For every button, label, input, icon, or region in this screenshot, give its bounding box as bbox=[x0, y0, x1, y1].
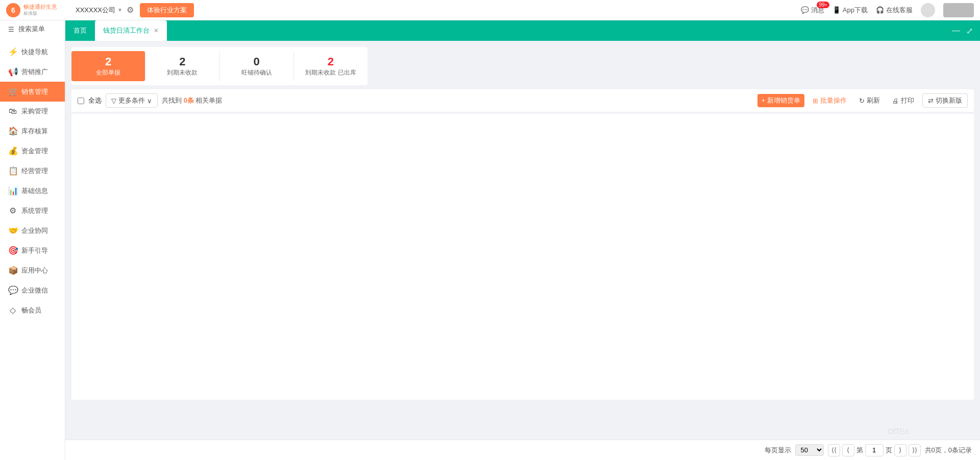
trial-button[interactable]: 体验行业方案 bbox=[140, 3, 194, 17]
page-input[interactable] bbox=[865, 444, 884, 456]
sidebar-item-management[interactable]: 📋 经营管理 bbox=[0, 161, 65, 181]
stat-tabs: 2 全部单据 2 到期未收款 0 旺铺待确认 2 到期未收款 已出库 bbox=[71, 47, 368, 85]
sidebar-item-label: 应用中心 bbox=[21, 266, 48, 275]
online-service-label: 在线客服 bbox=[886, 6, 913, 15]
page-suffix: 页 bbox=[886, 446, 892, 455]
stat-tab-all-num: 2 bbox=[80, 55, 137, 68]
stat-tab-overdue-num: 2 bbox=[154, 55, 211, 68]
sidebar-item-label: 采购管理 bbox=[21, 107, 48, 116]
message-item[interactable]: 💬 消息 99+ bbox=[801, 6, 824, 15]
sidebar-item-app-center[interactable]: 📦 应用中心 bbox=[0, 260, 65, 280]
tab-work-bench[interactable]: 钱货日清工作台 ✕ bbox=[95, 20, 167, 41]
sidebar-item-finance[interactable]: 💰 资金管理 bbox=[0, 141, 65, 161]
logo-icon: 6 bbox=[6, 3, 20, 17]
base-info-icon: 📊 bbox=[8, 186, 17, 196]
tab-minimize-button[interactable]: — bbox=[949, 24, 963, 37]
switch-version-button[interactable]: ⇄ 切换新版 bbox=[922, 93, 968, 108]
stat-tab-shipped-label: 到期未收款 已出库 bbox=[305, 69, 356, 76]
system-icon: ⚙ bbox=[8, 206, 17, 215]
sidebar-item-enterprise[interactable]: 🤝 企业协同 bbox=[0, 221, 65, 240]
pagination-summary: 共0页，0条记录 bbox=[925, 446, 972, 455]
sidebar-item-purchase[interactable]: 🛍 采购管理 bbox=[0, 102, 65, 121]
toolbar-right: + 新增销货单 ⊞ 批量操作 ↻ 刷新 🖨 打印 ⇄ 切换新版 bbox=[757, 93, 968, 108]
print-button[interactable]: 🖨 打印 bbox=[888, 94, 918, 107]
stat-tab-all[interactable]: 2 全部单据 bbox=[71, 51, 145, 81]
sidebar-item-label: 营销推广 bbox=[21, 67, 48, 77]
avatar[interactable] bbox=[921, 3, 935, 17]
message-icon: 💬 bbox=[801, 6, 809, 14]
sidebar-item-guide[interactable]: 🎯 新手引导 bbox=[0, 240, 65, 260]
stat-tab-pending-num: 0 bbox=[228, 55, 285, 68]
sidebar-item-member[interactable]: ◇ 畅会员 bbox=[0, 300, 65, 320]
stat-tab-overdue[interactable]: 2 到期未收款 bbox=[145, 51, 219, 81]
online-service-item[interactable]: 🎧 在线客服 bbox=[876, 6, 913, 15]
found-text: 共找到 0条 相关单据 bbox=[162, 96, 222, 105]
management-icon: 📋 bbox=[8, 166, 17, 176]
app-download-label: App下载 bbox=[843, 6, 868, 15]
app-name: 畅捷通好生意 bbox=[23, 3, 57, 10]
sidebar-item-inventory[interactable]: 🏠 库存核算 bbox=[0, 121, 65, 141]
bottom-bar: 每页显示 50 10 20 100 ⟨⟨ ⟨ 第 页 ⟩ ⟩⟩ 共0页，0条记录 bbox=[65, 440, 980, 460]
company-selector[interactable]: XXXXXX公司 ▼ bbox=[76, 6, 122, 15]
page-last-button[interactable]: ⟩⟩ bbox=[909, 444, 921, 456]
refresh-button[interactable]: ↻ 刷新 bbox=[855, 94, 884, 107]
add-order-button[interactable]: + 新增销货单 bbox=[757, 94, 804, 107]
sidebar-item-quick-nav[interactable]: ⚡ 快捷导航 bbox=[0, 42, 65, 62]
purchase-icon: 🛍 bbox=[8, 107, 17, 116]
switch-label: 切换新版 bbox=[936, 96, 962, 105]
sidebar-item-label: 库存核算 bbox=[21, 127, 48, 136]
finance-icon: 💰 bbox=[8, 146, 17, 156]
sidebar-item-label: 企业微信 bbox=[21, 286, 48, 295]
marketing-icon: 📢 bbox=[8, 67, 17, 77]
avatar2[interactable] bbox=[943, 3, 974, 17]
sales-icon: 🛒 bbox=[8, 87, 17, 96]
enterprise-icon: 🤝 bbox=[8, 226, 17, 235]
quick-nav-icon: ⚡ bbox=[8, 47, 17, 57]
select-all-checkbox[interactable] bbox=[78, 98, 84, 104]
filter-label: 更多条件 bbox=[118, 96, 145, 105]
table-area bbox=[71, 114, 974, 400]
toolbar: 全选 ▽ 更多条件 ∨ 共找到 0条 相关单据 + 新增销货单 ⊞ 批量操作 ↻… bbox=[71, 89, 974, 112]
stat-tab-shipped[interactable]: 2 到期未收款 已出库 bbox=[294, 51, 368, 81]
tab-home[interactable]: 首页 bbox=[65, 20, 95, 41]
sidebar-item-base-info[interactable]: 📊 基础信息 bbox=[0, 181, 65, 201]
sidebar-item-label: 销售管理 bbox=[21, 87, 48, 96]
pagination: ⟨⟨ ⟨ 第 页 ⟩ ⟩⟩ bbox=[828, 444, 921, 456]
batch-button[interactable]: ⊞ 批量操作 bbox=[808, 94, 851, 107]
print-icon: 🖨 bbox=[892, 97, 899, 105]
message-badge: 99+ bbox=[817, 2, 829, 8]
sidebar-item-label: 系统管理 bbox=[21, 206, 48, 215]
settings-icon[interactable]: ⚙ bbox=[127, 5, 134, 15]
filter-button[interactable]: ▽ 更多条件 ∨ bbox=[106, 93, 158, 108]
app-center-icon: 📦 bbox=[8, 265, 17, 275]
sidebar-menu: ⚡ 快捷导航 📢 营销推广 🛒 销售管理 🛍 采购管理 🏠 库存核算 💰 资金管… bbox=[0, 42, 65, 320]
sidebar-item-wechat[interactable]: 💬 企业微信 bbox=[0, 280, 65, 300]
app-download-item[interactable]: 📱 App下载 bbox=[832, 6, 868, 15]
main-content: 2 全部单据 2 到期未收款 0 旺铺待确认 2 到期未收款 已出库 全选 ▽ … bbox=[65, 41, 980, 460]
stat-tab-pending[interactable]: 0 旺铺待确认 bbox=[220, 51, 294, 81]
page-next-button[interactable]: ⟩ bbox=[894, 444, 906, 456]
batch-icon: ⊞ bbox=[813, 97, 818, 105]
found-suffix: 相关单据 bbox=[195, 96, 222, 104]
tab-maximize-button[interactable]: ⤢ bbox=[963, 24, 976, 38]
logo-area: 6 畅捷通好生意 标准版 bbox=[6, 3, 71, 17]
search-menu-label: 搜索菜单 bbox=[18, 25, 45, 34]
guide-icon: 🎯 bbox=[8, 246, 17, 255]
per-page-select[interactable]: 50 10 20 100 bbox=[795, 444, 824, 456]
search-menu-item[interactable]: ☰ 搜索菜单 bbox=[0, 20, 65, 38]
sidebar-item-label: 新手引导 bbox=[21, 246, 48, 255]
sidebar-item-marketing[interactable]: 📢 营销推广 bbox=[0, 62, 65, 82]
sidebar-item-system[interactable]: ⚙ 系统管理 bbox=[0, 201, 65, 221]
service-icon: 🎧 bbox=[876, 6, 884, 14]
search-icon: ☰ bbox=[8, 26, 14, 33]
sidebar-item-label: 企业协同 bbox=[21, 226, 48, 235]
page-first-button[interactable]: ⟨⟨ bbox=[828, 444, 840, 456]
sidebar-item-sales[interactable]: 🛒 销售管理 bbox=[0, 82, 65, 102]
switch-icon: ⇄ bbox=[928, 97, 934, 105]
sidebar-item-label: 快捷导航 bbox=[21, 47, 48, 57]
tab-close-icon[interactable]: ✕ bbox=[154, 27, 159, 34]
page-prev-button[interactable]: ⟨ bbox=[842, 444, 854, 456]
tab-home-label: 首页 bbox=[74, 26, 87, 35]
toolbar-left: 全选 ▽ 更多条件 ∨ 共找到 0条 相关单据 bbox=[78, 93, 753, 108]
wechat-icon: 💬 bbox=[8, 285, 17, 295]
